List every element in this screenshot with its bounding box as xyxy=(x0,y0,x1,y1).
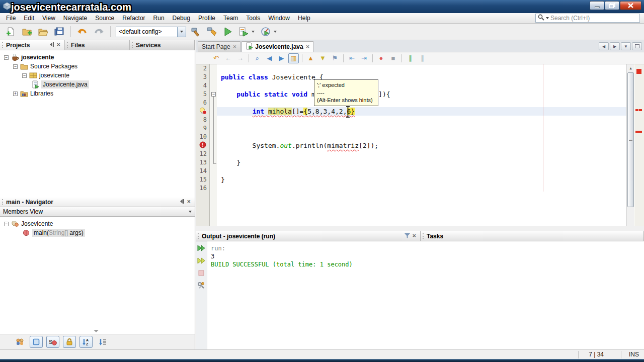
close-panel-icon[interactable]: ✕ xyxy=(56,43,60,47)
code-segment[interactable]: public static void xyxy=(236,90,311,98)
filter-icon[interactable] xyxy=(405,233,410,239)
code-line-14[interactable] xyxy=(217,167,626,175)
line-number[interactable]: 12 xyxy=(196,150,209,158)
error-glyph-icon[interactable] xyxy=(196,141,209,150)
collapse-icon[interactable]: − xyxy=(13,64,18,69)
scroll-tabs-right-icon[interactable]: ▶ xyxy=(610,42,620,50)
minimize-panel-icon[interactable] xyxy=(49,42,54,48)
config-combobox[interactable]: <default config> xyxy=(116,27,186,37)
tree-item-source-packages[interactable]: − Source Packages xyxy=(0,62,195,71)
stop-build-icon[interactable] xyxy=(197,268,206,278)
tab-tasks[interactable]: Tasks xyxy=(421,231,644,241)
code-line-2[interactable] xyxy=(217,64,626,73)
error-stripe-status[interactable] xyxy=(636,69,641,74)
code-line-8[interactable] xyxy=(217,116,626,124)
close-button[interactable] xyxy=(620,1,641,10)
error-stripe-mark[interactable] xyxy=(639,109,642,111)
scrollbar-thumb[interactable] xyxy=(627,72,634,207)
new-project-button[interactable] xyxy=(20,25,33,38)
undo-button[interactable] xyxy=(76,25,89,38)
code-text[interactable]: public class Josevicente { public static… xyxy=(217,64,626,231)
code-line-3[interactable]: public class Josevicente { xyxy=(217,73,626,81)
code-line-6[interactable] xyxy=(217,99,626,107)
code-line-7[interactable]: int mihola[]={5,8,3,4,2,6} xyxy=(217,107,626,116)
rerun-icon[interactable] xyxy=(197,243,206,252)
line-number[interactable]: 4 xyxy=(196,81,209,90)
menu-item-help[interactable]: Help xyxy=(294,14,314,23)
members-view-combobox[interactable]: Members View xyxy=(0,207,195,217)
close-panel-icon[interactable]: ✕ xyxy=(412,234,416,238)
line-number[interactable]: 14 xyxy=(196,167,209,175)
tab-start-page[interactable]: Start Page ✕ xyxy=(198,41,240,52)
tab-josevicente-java[interactable]: Josevicente.java ✕ xyxy=(242,41,313,52)
uncomment-icon[interactable]: ∥ xyxy=(417,53,428,63)
show-static-members-icon[interactable]: S xyxy=(46,336,59,348)
code-segment[interactable]: .println( xyxy=(292,142,327,149)
code-segment[interactable]: 5,8,3,4,2, xyxy=(307,108,347,115)
search-scope-dropdown-icon[interactable] xyxy=(546,17,549,19)
tab-projects[interactable]: Projects ✕ xyxy=(0,40,65,50)
toggle-highlight-icon[interactable]: ▥ xyxy=(288,53,299,63)
close-tab-icon[interactable]: ✕ xyxy=(233,44,237,49)
menu-item-edit[interactable]: Edit xyxy=(20,14,38,23)
sort-alphabetically-icon[interactable]: AZ xyxy=(79,336,93,348)
collapse-filters-icon[interactable] xyxy=(94,330,99,332)
menu-item-navigate[interactable]: Navigate xyxy=(59,14,91,23)
forward-icon[interactable]: → xyxy=(235,53,246,63)
menu-item-profile[interactable]: Profile xyxy=(194,14,219,23)
menu-item-source[interactable]: Source xyxy=(91,14,118,23)
menu-item-refactor[interactable]: Refactor xyxy=(118,14,149,23)
quick-search[interactable]: Search (Ctrl+I) xyxy=(535,14,640,23)
code-segment[interactable]: []= xyxy=(292,108,303,115)
collapse-icon[interactable]: − xyxy=(22,73,27,78)
save-all-button[interactable] xyxy=(52,25,65,38)
maximize-editor-icon[interactable] xyxy=(632,42,642,50)
minimize-panel-icon[interactable] xyxy=(180,199,185,205)
back-icon[interactable]: ← xyxy=(223,53,233,63)
build-project-button[interactable] xyxy=(189,25,202,38)
tree-item-package[interactable]: − josevicente xyxy=(0,71,195,80)
code-segment[interactable] xyxy=(221,90,236,98)
tree-item-java-file[interactable]: Josevicente.java xyxy=(0,80,195,89)
close-panel-icon[interactable]: ✕ xyxy=(187,200,191,204)
code-line-4[interactable] xyxy=(217,81,626,90)
line-number[interactable]: 3 xyxy=(196,73,209,81)
menu-item-team[interactable]: Team xyxy=(219,14,242,23)
error-stripe-mark[interactable] xyxy=(635,131,642,133)
menu-item-file[interactable]: File xyxy=(2,14,20,23)
error-stripe-mark[interactable] xyxy=(635,109,638,111)
clean-build-button[interactable] xyxy=(205,25,218,38)
code-segment[interactable]: int xyxy=(253,108,264,115)
minimize-button[interactable] xyxy=(590,1,604,10)
scroll-up-icon[interactable]: ▲ xyxy=(627,65,634,71)
find-next-icon[interactable]: ▶ xyxy=(276,53,287,63)
code-area[interactable]: 2345689101213141516 − public class Josev… xyxy=(196,64,644,231)
line-number[interactable]: 13 xyxy=(196,158,209,167)
last-edit-location-icon[interactable]: ↶ xyxy=(211,53,221,63)
open-project-button[interactable] xyxy=(36,25,49,38)
code-segment[interactable] xyxy=(264,108,268,115)
toggle-bookmark-icon[interactable]: ⚑ xyxy=(330,53,340,63)
output-console[interactable]: run:3BUILD SUCCESSFUL (total time: 1 sec… xyxy=(211,244,353,268)
code-segment[interactable]: } xyxy=(221,159,240,166)
tab-services[interactable]: Services xyxy=(130,40,195,50)
run-project-button[interactable] xyxy=(221,25,234,38)
show-fields-icon[interactable] xyxy=(30,336,43,348)
code-line-13[interactable]: } xyxy=(217,158,626,167)
code-line-5[interactable]: public static void main(String args[]){ xyxy=(217,90,626,99)
navigator-item-main-method[interactable]: main(String[] args) xyxy=(0,228,195,237)
tree-item-libraries[interactable]: + Libraries xyxy=(0,89,195,98)
stop-macro-recording-icon[interactable]: ■ xyxy=(388,53,398,63)
tree-item-project[interactable]: − josevicente xyxy=(0,53,195,62)
tab-list-dropdown-icon[interactable]: ▼ xyxy=(621,42,631,50)
redo-button[interactable] xyxy=(92,25,105,38)
editor-vertical-scrollbar[interactable]: ▲ ▼ xyxy=(626,64,634,231)
code-line-12[interactable] xyxy=(217,150,626,158)
navigator-item-class[interactable]: − Josevicente xyxy=(0,219,195,228)
tab-files[interactable]: Files xyxy=(65,40,130,50)
start-macro-recording-icon[interactable]: ● xyxy=(376,53,386,63)
ant-settings-icon[interactable] xyxy=(197,281,206,290)
code-line-9[interactable] xyxy=(217,124,626,133)
previous-occurrence-icon[interactable]: ▲ xyxy=(305,53,316,63)
fold-collapse-icon[interactable]: − xyxy=(211,92,216,97)
